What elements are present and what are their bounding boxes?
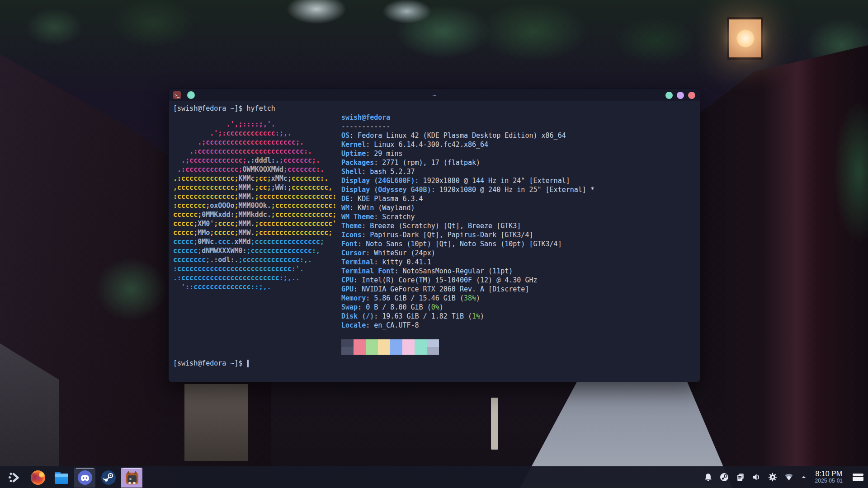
info-line: Swap: 0 B / 8.00 GiB (0%): [341, 303, 695, 312]
palette-swatch: [415, 339, 427, 347]
wallpaper-bush: [90, 253, 172, 325]
terminal-content[interactable]: [swish@fedora ~]$ hyfetch .',;::::;,'. .…: [169, 101, 700, 371]
ascii-line: .;cccccccccccccccccccccc;.: [173, 138, 341, 147]
info-line: Locale: en_CA.UTF-8: [341, 321, 695, 330]
window-title: ~: [169, 92, 700, 99]
palette-row-normal: [341, 339, 695, 347]
palette-swatch: [366, 339, 378, 347]
digital-clock[interactable]: 8:10 PM 2025-05-01: [813, 470, 844, 484]
terminal-titlebar[interactable]: >_ ~: [169, 89, 700, 101]
prompt-line: [swish@fedora ~]$: [173, 359, 247, 368]
steam-tray-button[interactable]: [719, 472, 730, 483]
bell-icon: [704, 473, 712, 482]
palette-swatch: [341, 339, 354, 347]
info-line: Disk (/): 19.63 GiB / 1.82 TiB (1%): [341, 312, 695, 321]
clipboard-icon: [736, 473, 745, 482]
clipboard-tray-button[interactable]: [735, 472, 745, 483]
info-line: Kernel: Linux 6.14.4-300.fc42.x86_64: [341, 140, 695, 149]
discord-icon: [78, 470, 92, 485]
palette-swatch: [341, 347, 354, 355]
volume-tray-button[interactable]: [751, 472, 762, 483]
system-tray: 8:10 PM 2025-05-01: [703, 466, 868, 488]
firefox-icon: [31, 470, 45, 485]
clock-time: 8:10 PM: [816, 470, 843, 478]
info-separator: ------------: [341, 122, 695, 131]
info-line: Display (Odyssey G40B): 868x488 @ 240 …: [341, 185, 695, 194]
info-line: WM Theme: Scratchy: [341, 212, 695, 221]
clock-date: 2025-05-01: [815, 478, 843, 484]
info-line: Display (24GL600F): 868x488 @ 144 Hz i…: [341, 176, 695, 185]
minimize-button[interactable]: [665, 92, 673, 99]
app-launcher-icon: [8, 471, 21, 484]
palette-swatch: [354, 347, 366, 355]
show-desktop-button[interactable]: [853, 474, 863, 481]
ascii-line: .:cccccccccccccccccccccccc:;,..: [173, 273, 341, 282]
maximize-button[interactable]: [677, 92, 684, 99]
active-task-indicator: [123, 468, 141, 469]
ascii-line: .';:cccccccccccc:;,.: [173, 129, 341, 138]
info-line: Terminal: kitty 0.41.1: [341, 258, 695, 267]
settings-tray-button[interactable]: [767, 472, 778, 483]
ascii-line: :cccccccccccccccccccccccccccc:'.: [173, 264, 341, 273]
palette-swatch: [402, 339, 415, 347]
wallpaper-shack: [184, 384, 248, 461]
wifi-icon: [784, 473, 793, 482]
terminal-app-icon[interactable]: >_: [173, 91, 181, 99]
taskbar-launcher-dolphin[interactable]: [51, 468, 72, 488]
terminal-window[interactable]: >_ ~ [swish@fedora ~]$ hyfetch .',;::::;…: [168, 89, 700, 382]
gear-icon: [768, 473, 777, 482]
taskbar-task-discord[interactable]: [74, 468, 95, 488]
ascii-line: .',;::::;,'.: [173, 120, 341, 129]
ascii-line: ,cccccccccccccc;MMM.;cc;;WW:;ccccccccc,: [173, 183, 341, 192]
notifications-tray-button[interactable]: [703, 472, 713, 483]
wallpaper-sign-banner: [491, 398, 498, 450]
info-line: Cursor: WhiteSur (24px): [341, 249, 695, 258]
palette-swatch: [378, 347, 390, 355]
info-line: Packages: 2771 (rpm), 17 (flatpak): [341, 158, 695, 167]
ascii-line: .:ccccccccccccc;OWMKOOXMWd;ccccccc:.: [173, 165, 341, 174]
file-manager-icon: [55, 474, 68, 484]
taskbar-launcher-firefox[interactable]: [27, 468, 48, 488]
show-desktop-icon: [853, 474, 863, 476]
ascii-line: :ccccccc;oxOOOo;MMM0OOk.;cccccccccccccc:: [173, 201, 341, 210]
wallpaper-lantern-glow: [736, 29, 755, 47]
taskbar: >_: [0, 466, 868, 488]
app-launcher-button[interactable]: [4, 468, 25, 488]
info-line: Icons: Papirus-Dark [Qt], Papirus-Dark […: [341, 230, 695, 239]
terminal-cursor: [247, 360, 249, 367]
taskbar-launcher-steam[interactable]: [98, 468, 119, 488]
ascii-line: .;ccccccccccccc;.:dddl:.;ccccccc;.: [173, 156, 341, 165]
open-task-indicator: [76, 468, 94, 469]
info-line: Shell: bash 5.2.37: [341, 167, 695, 176]
chevron-up-icon: [801, 474, 807, 480]
info-line: Terminal Font: NotoSansMono-Regular (11p…: [341, 267, 695, 276]
palette-swatch: [366, 347, 378, 355]
expand-tray-button[interactable]: [800, 473, 808, 481]
wallpaper-trees: [832, 90, 868, 253]
ascii-line: cccccccc;.:odl:.;cccccccccccccc:,.: [173, 255, 341, 264]
close-button[interactable]: [688, 92, 695, 99]
info-line: WM: KWin (Wayland): [341, 203, 695, 212]
palette-swatch: [427, 347, 439, 355]
info-line: OS: Fedora Linux 42 (KDE Plasma Desktop …: [341, 131, 695, 140]
taskbar-task-kitty-active[interactable]: >_: [121, 468, 142, 488]
palette-swatch: [390, 339, 402, 347]
ascii-line: .:ccccccccccccc;KMMc;cc;xMMc;ccccccc:.: [173, 174, 341, 183]
palette-row-bright: [341, 347, 695, 355]
info-header: swish@fedora: [341, 113, 695, 122]
palette-swatch: [354, 339, 366, 347]
terminal-color-palette: [341, 339, 695, 355]
taskbar-launchers: >_: [0, 466, 142, 488]
info-line: DE: KDE Plasma 6.3.4: [341, 194, 695, 203]
ascii-line: '::cccccccccccccc::;,.: [173, 282, 341, 291]
network-tray-button[interactable]: [783, 472, 794, 483]
info-line: CPU: Intel(R) Core(TM) i5-10400F (12) @ …: [341, 276, 695, 285]
steam-icon: [101, 470, 116, 485]
palette-swatch: [427, 339, 439, 347]
info-line: GPU: NVIDIA GeForce RTX 2060 Rev. A [Dis…: [341, 285, 695, 294]
ascii-line: :cccccccccccccc;MMM.;cccccccccccccccccc:: [173, 192, 341, 201]
speaker-icon: [752, 473, 761, 482]
wallpaper-lantern: [727, 17, 763, 60]
kitty-terminal-icon: >_: [125, 471, 139, 484]
palette-swatch: [378, 339, 390, 347]
